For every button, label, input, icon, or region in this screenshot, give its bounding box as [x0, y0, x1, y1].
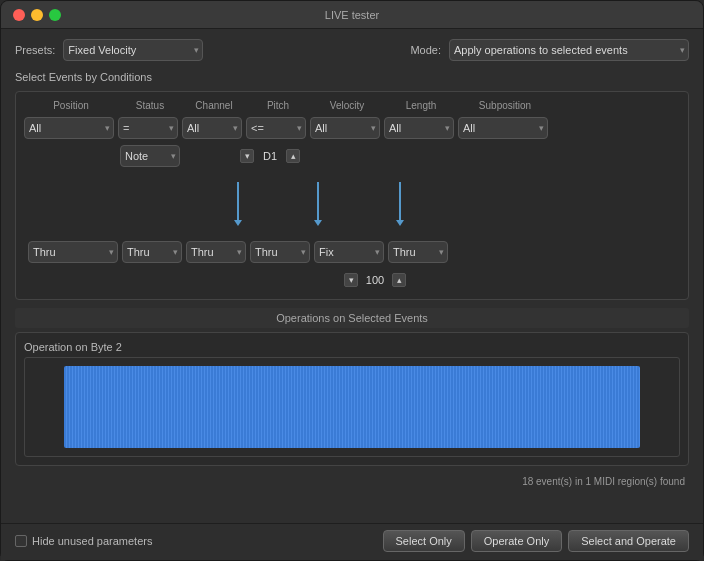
fix-stepper: ▾ 100 ▴ [344, 273, 406, 287]
op4-select[interactable]: Thru [250, 241, 310, 263]
hide-unused-checkbox[interactable] [15, 535, 27, 547]
main-window: LIVE tester Presets: Fixed Velocity Mode… [0, 0, 704, 561]
fix-up-button[interactable]: ▴ [392, 273, 406, 287]
select-only-button[interactable]: Select Only [383, 530, 465, 552]
presets-label: Presets: [15, 44, 55, 56]
status-wrapper: = [118, 117, 178, 139]
column-headers: Position Status Channel Pitch Velocity L… [24, 100, 680, 111]
velocity-arrow [399, 182, 401, 220]
position-select[interactable]: All [24, 117, 114, 139]
presets-select[interactable]: Fixed Velocity [63, 39, 203, 61]
conditions-section-title: Select Events by Conditions [15, 71, 689, 83]
maximize-button[interactable] [49, 9, 61, 21]
mode-select[interactable]: Apply operations to selected events [449, 39, 689, 61]
pitch-up-button[interactable]: ▴ [286, 149, 300, 163]
mode-wrapper: Apply operations to selected events [449, 39, 689, 61]
header-velocity: Velocity [312, 100, 382, 111]
fix-value-display: 100 [361, 274, 389, 286]
ops-section-header: Operations on Selected Events [15, 308, 689, 328]
pitch-op-select[interactable]: <= [246, 117, 306, 139]
op3-wrapper: Thru [186, 241, 246, 263]
fix-down-button[interactable]: ▾ [344, 273, 358, 287]
select-and-operate-button[interactable]: Select and Operate [568, 530, 689, 552]
op5-wrapper: Fix [314, 241, 384, 263]
pitch-value: D1 [256, 150, 284, 162]
status-row: 18 event(s) in 1 MIDI region(s) found [15, 474, 689, 489]
fix-value-row: ▾ 100 ▴ [24, 273, 680, 287]
top-row: Presets: Fixed Velocity Mode: Apply oper… [15, 39, 689, 61]
footer-buttons: Select Only Operate Only Select and Oper… [383, 530, 689, 552]
titlebar: LIVE tester [1, 1, 703, 29]
op1-select[interactable]: Thru [28, 241, 118, 263]
header-status: Status [120, 100, 180, 111]
ops-section: Operations on Selected Events Operation … [15, 308, 689, 466]
subposition-select[interactable]: All [458, 117, 548, 139]
arrows-container [24, 177, 680, 227]
channel-arrow [237, 182, 239, 220]
presets-wrapper: Fixed Velocity [63, 39, 203, 61]
main-content: Presets: Fixed Velocity Mode: Apply oper… [1, 29, 703, 523]
footer: Hide unused parameters Select Only Opera… [1, 523, 703, 560]
op2-wrapper: Thru [122, 241, 182, 263]
note-select[interactable]: Note [120, 145, 180, 167]
channel-wrapper: All [182, 117, 242, 139]
header-position: Position [26, 100, 116, 111]
length-select[interactable]: All [384, 117, 454, 139]
minimize-button[interactable] [31, 9, 43, 21]
op2-select[interactable]: Thru [122, 241, 182, 263]
op4-wrapper: Thru [250, 241, 310, 263]
header-channel: Channel [184, 100, 244, 111]
mode-label: Mode: [410, 44, 441, 56]
subposition-wrapper: All [458, 117, 548, 139]
pitch-down-button[interactable]: ▾ [240, 149, 254, 163]
ops-content: Operation on Byte 2 [15, 332, 689, 466]
hide-unused-container: Hide unused parameters [15, 535, 152, 547]
header-subposition: Subposition [460, 100, 550, 111]
op6-select[interactable]: Thru [388, 241, 448, 263]
conditions-box: Position Status Channel Pitch Velocity L… [15, 91, 689, 300]
channel-arrow-head [234, 220, 242, 226]
velocity-select[interactable]: All [310, 117, 380, 139]
velocity-wrapper: All [310, 117, 380, 139]
pitch-stepper: ▾ D1 ▴ [240, 149, 300, 163]
pitch-op-wrapper: <= [246, 117, 306, 139]
op3-select[interactable]: Thru [186, 241, 246, 263]
operate-only-button[interactable]: Operate Only [471, 530, 562, 552]
channel-select[interactable]: All [182, 117, 242, 139]
window-title: LIVE tester [325, 9, 379, 21]
position-wrapper: All [24, 117, 114, 139]
traffic-lights [13, 9, 61, 21]
close-button[interactable] [13, 9, 25, 21]
op5-select[interactable]: Fix [314, 241, 384, 263]
condition-dropdowns-row1: All = All <= [24, 117, 680, 139]
op6-wrapper: Thru [388, 241, 448, 263]
op-byte-label: Operation on Byte 2 [24, 341, 680, 353]
blue-bar-visualization [64, 366, 640, 448]
pitch-arrow [317, 182, 319, 220]
note-wrapper: Note [120, 145, 180, 167]
header-pitch: Pitch [248, 100, 308, 111]
operations-row: Thru Thru Thru Thru [24, 237, 680, 263]
pitch-arrow-head [314, 220, 322, 226]
velocity-arrow-head [396, 220, 404, 226]
status-text: 18 event(s) in 1 MIDI region(s) found [522, 476, 685, 487]
hide-unused-label: Hide unused parameters [32, 535, 152, 547]
status-select[interactable]: = [118, 117, 178, 139]
length-wrapper: All [384, 117, 454, 139]
condition-dropdowns-row2: Note ▾ D1 ▴ [24, 145, 680, 167]
blue-bar-area [24, 357, 680, 457]
op1-wrapper: Thru [28, 241, 118, 263]
header-length: Length [386, 100, 456, 111]
